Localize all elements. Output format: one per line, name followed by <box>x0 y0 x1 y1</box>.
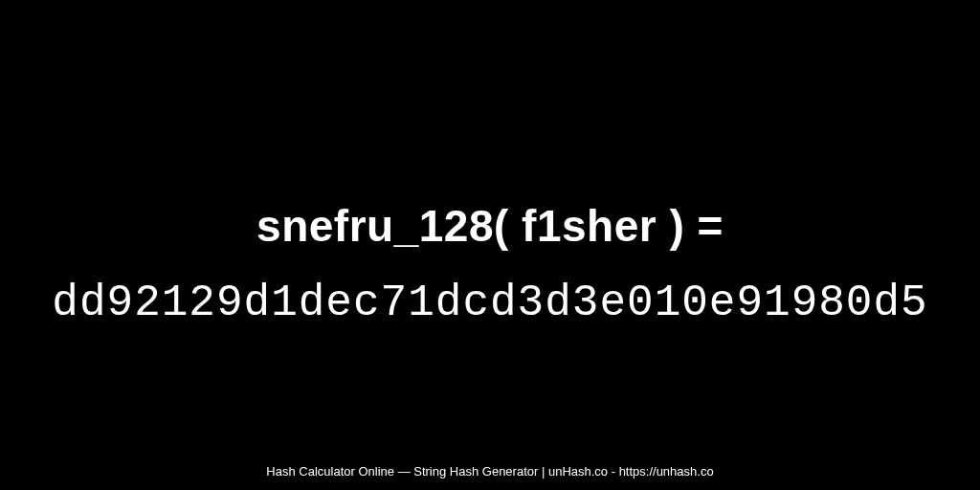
hash-expression: snefru_128( f1sher ) = <box>256 200 724 252</box>
footer-text: Hash Calculator Online — String Hash Gen… <box>0 464 980 479</box>
hash-display: snefru_128( f1sher ) = dd92129d1dec71dcd… <box>0 0 980 490</box>
hash-result: dd92129d1dec71dcd3d3e010e91980d5 <box>52 278 927 328</box>
